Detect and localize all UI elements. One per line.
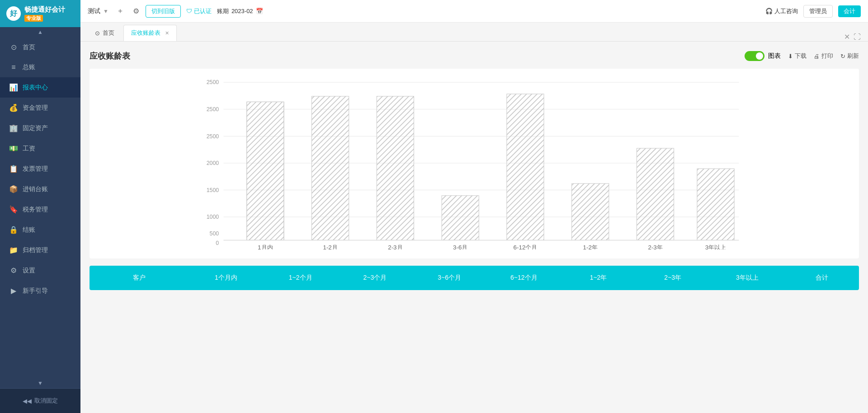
sidebar-item-label: 首页	[23, 43, 35, 52]
chevron-down-icon: ▼	[103, 8, 108, 14]
sidebar-item-label: 固定资产	[23, 124, 48, 132]
consulting-label: 人工咨询	[774, 7, 798, 15]
sidebar-item-tax[interactable]: 🔖 税务管理	[0, 199, 80, 220]
topbar-right: 🎧 人工咨询 管理员 会计	[765, 5, 861, 18]
close-tab-btn[interactable]: ✕	[844, 33, 850, 41]
role-btn[interactable]: 会计	[838, 5, 861, 17]
svg-text:2500: 2500	[207, 79, 219, 85]
col-2-3y: 2~3年	[636, 266, 710, 290]
sidebar-item-label: 进销台账	[23, 185, 48, 193]
sidebar-item-label: 设置	[23, 267, 35, 275]
sidebar-item-label: 新手引导	[23, 287, 48, 295]
shield-icon: 🛡	[186, 8, 192, 14]
svg-text:1500: 1500	[207, 187, 219, 193]
print-icon: 🖨	[814, 53, 820, 60]
sidebar-item-label: 结账	[23, 226, 35, 234]
sidebar-item-asset[interactable]: 🏢 固定资产	[0, 118, 80, 138]
svg-text:2500: 2500	[207, 106, 219, 113]
logo-icon: 好	[6, 6, 21, 21]
svg-rect-17	[312, 96, 349, 240]
chart-toggle-container: 图表	[745, 51, 781, 61]
sidebar-item-archive[interactable]: 📁 归档管理	[0, 240, 80, 260]
svg-rect-19	[442, 196, 479, 240]
sidebar-item-settings[interactable]: ⚙ 设置	[0, 260, 80, 281]
sidebar-item-salary[interactable]: 💵 工资	[0, 138, 80, 159]
sidebar-item-label: 总账	[23, 63, 35, 71]
sidebar: 好 畅捷通好会计 专业版 ▲ ⊙ 首页 ≡ 总账 📊 报表中心 💰 资金管理 🏢…	[0, 0, 80, 413]
tab-aging[interactable]: 应收账龄表 ✕	[123, 25, 177, 41]
page-header: 应收账龄表 图表 ⬇ 下载 🖨 打印 ↻ 刷新	[90, 51, 859, 61]
sidebar-scroll-down[interactable]: ▼	[0, 378, 80, 388]
sidebar-item-stock[interactable]: 📦 进销台账	[0, 179, 80, 199]
svg-rect-20	[507, 94, 544, 240]
col-3y-plus: 3年以上	[710, 266, 785, 290]
invoice-icon: 📋	[9, 164, 18, 173]
archive-icon: 📁	[9, 246, 18, 254]
col-6-12m: 6~12个月	[486, 266, 561, 290]
sidebar-item-label: 归档管理	[23, 246, 48, 254]
tab-label: 应收账龄表	[131, 29, 160, 37]
consulting-btn[interactable]: 🎧 人工咨询	[765, 7, 798, 15]
col-2-3m: 2~3个月	[338, 266, 412, 290]
sidebar-item-close[interactable]: 🔒 结账	[0, 220, 80, 240]
sidebar-item-report[interactable]: 📊 报表中心	[0, 77, 80, 98]
print-btn[interactable]: 🖨 打印	[814, 52, 833, 60]
switch-old-btn[interactable]: 切到旧版	[146, 5, 181, 18]
calendar-icon[interactable]: 📅	[256, 8, 263, 14]
headset-icon: 🎧	[765, 8, 773, 14]
user-btn[interactable]: 管理员	[803, 5, 833, 18]
tab-close-icon[interactable]: ✕	[165, 30, 169, 36]
sidebar-bottom: ◀◀ 取消固定	[0, 388, 80, 413]
expand-tab-btn[interactable]: ⛶	[854, 33, 861, 41]
table-container: 客户 1个月内 1~2个月 2~3个月 3~6个月 6~12个月 1~2年 2~…	[90, 266, 859, 290]
refresh-btn[interactable]: ↻ 刷新	[840, 52, 859, 60]
sidebar-item-fund[interactable]: 💰 资金管理	[0, 98, 80, 118]
svg-text:2-3年: 2-3年	[648, 244, 662, 249]
svg-rect-22	[637, 148, 674, 240]
cancel-fixed-label: 取消固定	[34, 397, 58, 405]
add-button[interactable]: ＋	[114, 5, 127, 18]
asset-icon: 🏢	[9, 124, 18, 132]
sidebar-scroll-up[interactable]: ▲	[0, 27, 80, 37]
svg-text:2-3月: 2-3月	[388, 244, 402, 249]
svg-text:0: 0	[216, 240, 219, 246]
col-1-2m: 1~2个月	[263, 266, 338, 290]
close-period-icon: 🔒	[9, 225, 18, 234]
project-selector[interactable]: 测试 ▼	[88, 7, 108, 15]
col-1m: 1个月内	[189, 266, 264, 290]
svg-rect-23	[697, 169, 734, 240]
svg-text:2500: 2500	[207, 133, 219, 140]
col-customer: 客户	[90, 266, 189, 290]
topbar: 测试 ▼ ＋ ⚙ 切到旧版 🛡 已认证 账期 2023-02 📅 🎧 人工咨询 …	[80, 0, 868, 23]
sidebar-item-label: 报表中心	[23, 84, 48, 92]
svg-text:6-12个月: 6-12个月	[514, 244, 538, 249]
tab-actions: ✕ ⛶	[844, 33, 861, 41]
svg-rect-18	[377, 96, 414, 240]
svg-rect-16	[247, 102, 284, 240]
svg-text:3-6月: 3-6月	[453, 244, 467, 249]
sidebar-item-ledger[interactable]: ≡ 总账	[0, 57, 80, 77]
period-label: 账期	[217, 7, 229, 15]
cancel-fixed-btn[interactable]: ◀◀ 取消固定	[0, 393, 80, 408]
app-logo: 好 畅捷通好会计 专业版	[0, 0, 80, 27]
svg-rect-21	[572, 183, 609, 240]
sidebar-item-guide[interactable]: ▶ 新手引导	[0, 281, 80, 301]
tab-home[interactable]: ⊙ 首页	[88, 25, 122, 41]
chart-toggle[interactable]	[745, 51, 764, 61]
verified-label: 已认证	[194, 7, 212, 15]
tax-icon: 🔖	[9, 205, 18, 214]
settings-button[interactable]: ⚙	[130, 5, 142, 17]
svg-text:1-2年: 1-2年	[583, 244, 598, 249]
download-btn[interactable]: ⬇ 下载	[788, 52, 807, 60]
svg-text:1-2月: 1-2月	[323, 244, 337, 249]
period-value: 2023-02	[231, 8, 253, 14]
svg-text:500: 500	[210, 230, 219, 237]
sidebar-item-label: 税务管理	[23, 206, 48, 214]
download-icon: ⬇	[788, 53, 793, 60]
col-1-2y: 1~2年	[561, 266, 636, 290]
period-info: 账期 2023-02 📅	[217, 7, 263, 15]
sidebar-item-home[interactable]: ⊙ 首页	[0, 37, 80, 57]
home-icon: ⊙	[9, 43, 18, 52]
sidebar-item-invoice[interactable]: 📋 发票管理	[0, 159, 80, 179]
guide-icon: ▶	[9, 286, 18, 295]
